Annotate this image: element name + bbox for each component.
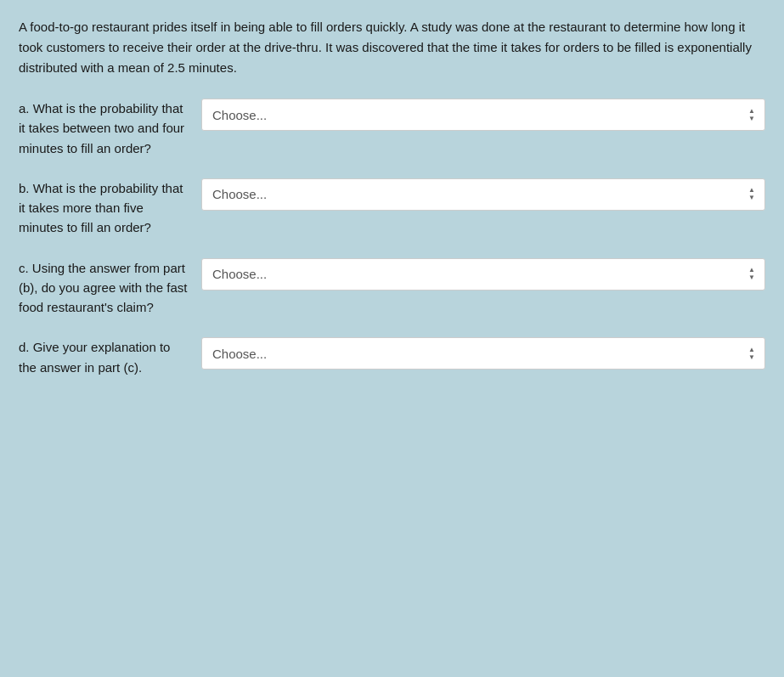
select-wrapper-b: Choose...	[201, 178, 765, 211]
select-c[interactable]: Choose...	[201, 258, 765, 291]
question-label-b: b. What is the probability that it takes…	[19, 178, 201, 238]
intro-paragraph: A food-to-go restaurant prides itself in…	[19, 17, 765, 78]
select-wrapper-d: Choose...	[201, 337, 765, 370]
select-a[interactable]: Choose...	[201, 99, 765, 131]
select-b[interactable]: Choose...	[201, 178, 765, 211]
select-wrapper-c: Choose...	[201, 258, 765, 291]
question-block-c: c. Using the answer from part (b), do yo…	[19, 258, 765, 318]
question-label-a: a. What is the probability that it takes…	[19, 99, 201, 158]
question-block-d: d. Give your explanation to the answer i…	[19, 337, 765, 377]
select-wrapper-a: Choose...	[201, 99, 765, 131]
question-block-a: a. What is the probability that it takes…	[19, 99, 765, 158]
question-block-b: b. What is the probability that it takes…	[19, 178, 765, 238]
question-label-d: d. Give your explanation to the answer i…	[19, 337, 201, 377]
question-label-c: c. Using the answer from part (b), do yo…	[19, 258, 201, 318]
select-d[interactable]: Choose...	[201, 337, 765, 370]
